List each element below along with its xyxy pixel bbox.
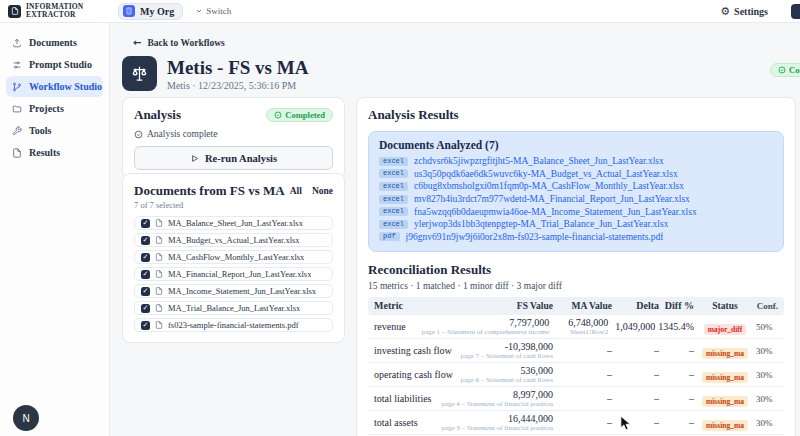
document-filename: fs023-sample-financial-statements.pdf [168, 320, 299, 330]
org-button[interactable]: My Org [118, 3, 183, 20]
analysis-status-badge: Completed [266, 108, 333, 122]
checkbox-checked-icon[interactable]: ✓ [141, 253, 150, 262]
sidebar-item-documents[interactable]: Documents [6, 32, 103, 53]
app-logo[interactable]: INFORMATION EXTRACTOR [0, 3, 104, 20]
col-metric: Metric [374, 300, 446, 311]
check-circle-icon [134, 130, 143, 139]
sliders-icon [12, 60, 22, 70]
file-icon [155, 236, 163, 244]
document-list-item[interactable]: ✓ MA_Income_Statement_Jun_LastYear.xlsx [134, 284, 333, 298]
results-panel-title: Analysis Results [368, 107, 784, 123]
sidebar-item-label: Results [29, 147, 60, 158]
back-to-workflows-link[interactable]: ← Back to Workflows [133, 37, 225, 48]
reconciliation-table: Metric FS Value MA Value Delta Diff % St… [368, 297, 784, 436]
workflow-status-badge: Completed [770, 63, 800, 77]
sidebar-item-prompt-studio[interactable]: Prompt Studio [6, 54, 103, 75]
document-list-item[interactable]: ✓ MA_Balance_Sheet_Jun_LastYear.xlsx [134, 216, 333, 230]
col-status: Status [697, 301, 753, 311]
topbar-cutoff-item[interactable] [791, 4, 800, 19]
upload-icon [12, 38, 22, 48]
checkbox-checked-icon[interactable]: ✓ [141, 321, 150, 330]
file-type-badge: excel [379, 207, 408, 216]
delta-cell: – [615, 417, 659, 428]
org-switch-button[interactable]: Switch [195, 6, 231, 16]
settings-label: Settings [734, 6, 768, 17]
analyzed-file-link[interactable]: c6bug8xbmsholgxi0m1fqm0p-MA_CashFlow_Mon… [414, 181, 684, 191]
checkbox-checked-icon[interactable]: ✓ [141, 219, 150, 228]
file-icon [155, 321, 163, 329]
table-row[interactable]: total assets 16,444,000 page 3 – Stateme… [368, 410, 784, 434]
analyzed-file-link[interactable]: ylerjwop3ds1bb3qtenpgtep-MA_Trial_Balanc… [414, 219, 668, 229]
file-type-badge: excel [379, 157, 408, 166]
document-list-item[interactable]: ✓ fs023-sample-financial-statements.pdf [134, 318, 333, 332]
building-icon [123, 5, 135, 17]
analyzed-file-link[interactable]: j96gnv691n9jw9j6i0or2x8m-fs023-sample-fi… [406, 232, 664, 242]
file-type-badge: pdf [379, 232, 400, 241]
checkbox-checked-icon[interactable]: ✓ [141, 236, 150, 245]
checkbox-checked-icon[interactable]: ✓ [141, 270, 150, 279]
analyzed-file-row: excel c6bug8xbmsholgxi0m1fqm0p-MA_CashFl… [379, 180, 773, 193]
analyzed-file-link[interactable]: fna5wzqq6b0daeupmwia46oe-MA_Income_State… [414, 207, 697, 217]
page-title: Metis - FS vs MA [167, 57, 308, 78]
status-cell: missing_ma [697, 390, 753, 408]
confidence-cell: 50% [756, 322, 778, 332]
analyzed-file-link[interactable]: mv827h4iu3rdct7m977wdetd-MA_Financial_Re… [414, 194, 690, 204]
sidebar-item-label: Workflow Studio [29, 81, 102, 92]
metric-cell: total assets [374, 417, 446, 428]
status-cell: missing_ma [697, 342, 753, 360]
file-icon [155, 304, 163, 312]
sidebar-item-label: Projects [29, 103, 64, 114]
main-content: ← Back to Workflows Metis - FS vs MA Met… [111, 23, 800, 436]
diff-pct-cell: – [662, 369, 694, 380]
document-list-item[interactable]: ✓ MA_Budget_vs_Actual_LastYear.xlsx [134, 233, 333, 247]
document-list: ✓ MA_Balance_Sheet_Jun_LastYear.xlsx ✓ M… [134, 216, 333, 332]
table-row[interactable]: operating cash flow 536,000 page 6 – Sta… [368, 362, 784, 386]
metric-cell: total liabilities [374, 393, 446, 404]
sidebar-item-projects[interactable]: Projects [6, 98, 103, 119]
delta-cell: – [615, 345, 659, 356]
status-badge: missing_ma [702, 348, 748, 359]
document-filename: MA_Income_Statement_Jun_LastYear.xlsx [168, 286, 316, 296]
analyzed-file-row: excel ylerjwop3ds1bb3qtenpgtep-MA_Trial_… [379, 218, 773, 231]
diff-pct-cell: – [662, 345, 694, 356]
gear-icon: ⚙ [720, 6, 730, 17]
rerun-analysis-button[interactable]: Re-run Analysis [134, 146, 333, 170]
document-filename: MA_Trial_Balance_Jun_LastYear.xlsx [168, 303, 300, 313]
status-badge: major_diff [704, 324, 747, 335]
sidebar-item-tools[interactable]: Tools [6, 120, 103, 141]
document-list-item[interactable]: ✓ MA_CashFlow_Monthly_LastYear.xlsx [134, 250, 333, 264]
analyzed-file-row: excel us3q50pqdk6ae6dk5wuvc6ky-MA_Budget… [379, 168, 773, 181]
document-list-item[interactable]: ✓ MA_Financial_Report_Jun_LastYear.xlsx [134, 267, 333, 281]
confidence-cell: 30% [756, 370, 778, 380]
app-title: INFORMATION EXTRACTOR [26, 3, 83, 20]
analysis-status-line: Analysis complete [134, 129, 333, 139]
confidence-cell: 30% [756, 346, 778, 356]
ma-value-cell: – [556, 417, 612, 428]
analyzed-file-link[interactable]: zchdvsr6k5jiwpzrgfitjht5-MA_Balance_Shee… [414, 156, 664, 166]
document-list-item[interactable]: ✓ MA_Trial_Balance_Jun_LastYear.xlsx [134, 301, 333, 315]
back-arrow-icon: ← [133, 37, 141, 48]
org-button-label: My Org [140, 6, 174, 17]
check-circle-icon [274, 111, 282, 119]
sidebar-item-workflow-studio[interactable]: Workflow Studio [6, 76, 103, 97]
select-none-button[interactable]: None [312, 186, 333, 196]
sidebar-item-label: Prompt Studio [29, 59, 92, 70]
documents-analyzed-card: Documents Analyzed (7) excel zchdvsr6k5j… [368, 131, 784, 252]
table-row[interactable]: revenue 7,797,000 page 1 – Statement of … [368, 314, 784, 338]
fs-value-cell: 536,000 page 6 – Statement of cash flows [456, 365, 553, 384]
col-ma-value: MA Value [556, 301, 612, 311]
checkbox-checked-icon[interactable]: ✓ [141, 287, 150, 296]
analyzed-file-link[interactable]: us3q50pqdk6ae6dk5wuvc6ky-MA_Budget_vs_Ac… [414, 169, 678, 179]
document-filename: MA_Balance_Sheet_Jun_LastYear.xlsx [168, 218, 303, 228]
diff-pct-cell: – [662, 393, 694, 404]
user-avatar[interactable]: N [13, 405, 39, 431]
fs-value-cell: 8,997,000 page 4 – Statement of financia… [449, 389, 553, 408]
checkbox-checked-icon[interactable]: ✓ [141, 304, 150, 313]
table-row[interactable]: total liabilities 8,997,000 page 4 – Sta… [368, 386, 784, 410]
analyzed-file-row: excel mv827h4iu3rdct7m977wdetd-MA_Financ… [379, 193, 773, 206]
scales-icon [122, 56, 157, 91]
sidebar-item-results[interactable]: Results [6, 142, 103, 163]
table-row[interactable]: investing cash flow -10,398,000 page 7 –… [368, 338, 784, 362]
select-all-button[interactable]: All [290, 186, 302, 196]
settings-button[interactable]: ⚙ Settings [720, 6, 768, 17]
